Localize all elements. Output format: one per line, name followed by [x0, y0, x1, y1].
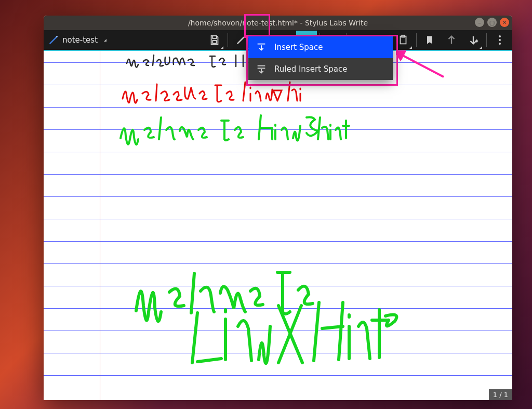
- svg-rect-0: [212, 41, 216, 44]
- insert-space-menu: Insert Space Ruled Insert Space: [248, 36, 393, 80]
- canvas[interactable]: 1 / 1: [44, 51, 512, 400]
- menu-item-label: Insert Space: [274, 43, 323, 52]
- window-title: /home/shovon/note-test.html* - Stylus La…: [188, 19, 368, 27]
- insert-space-icon: [256, 42, 267, 53]
- close-button[interactable]: ✕: [500, 18, 509, 27]
- ink-big: [136, 272, 396, 363]
- svg-point-12: [499, 39, 501, 41]
- window-controls: – ▢ ✕: [475, 18, 509, 27]
- ruled-insert-space-icon: [256, 63, 267, 75]
- titlebar: /home/shovon/note-test.html* - Stylus La…: [44, 16, 512, 30]
- handwriting-layer: [44, 51, 512, 400]
- svg-point-11: [499, 35, 501, 37]
- doc-tab[interactable]: note-test: [46, 33, 112, 47]
- doc-label: note-test: [62, 35, 98, 45]
- pencil-icon: [48, 34, 59, 46]
- ink-line-2: [123, 82, 300, 103]
- prev-page-button[interactable]: [441, 31, 462, 49]
- menu-item-label: Ruled Insert Space: [274, 64, 347, 74]
- ink-line-3: [121, 115, 349, 144]
- minimize-button[interactable]: –: [475, 18, 484, 27]
- bookmark-button[interactable]: [419, 31, 440, 49]
- paste-button[interactable]: [393, 31, 414, 49]
- save-button[interactable]: [204, 31, 225, 49]
- chevron-down-icon: [104, 39, 107, 42]
- menu-item-ruled-insert-space[interactable]: Ruled Insert Space: [248, 58, 393, 80]
- page-indicator: 1 / 1: [489, 389, 512, 400]
- svg-point-13: [499, 43, 501, 45]
- maximize-button[interactable]: ▢: [487, 18, 497, 27]
- menu-button[interactable]: [489, 31, 510, 49]
- next-page-button[interactable]: [463, 31, 484, 49]
- menu-item-insert-space[interactable]: Insert Space: [248, 36, 393, 58]
